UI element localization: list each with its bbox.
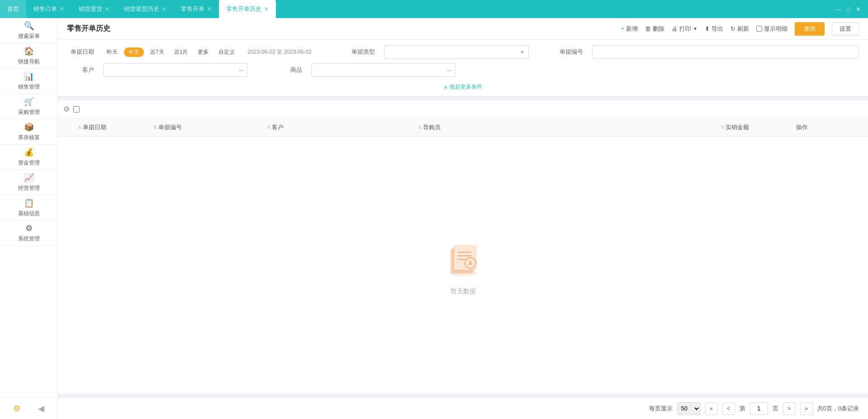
- sort-salesperson-icon[interactable]: ⇅: [418, 125, 422, 130]
- tab-retail-open[interactable]: 零售开单 ✕: [174, 0, 219, 18]
- refresh-button[interactable]: ↻ 刷新: [730, 25, 749, 33]
- page-input[interactable]: [750, 402, 768, 415]
- sidebar-item-purchase[interactable]: 🛒 采购管理: [0, 94, 57, 119]
- tab-sales-order[interactable]: 销售订单 ✕: [26, 0, 71, 18]
- last-page-button[interactable]: »: [800, 402, 813, 415]
- refresh-icon: ↻: [730, 25, 735, 32]
- tab-home[interactable]: 首页: [0, 0, 26, 18]
- select-all-checkbox[interactable]: [73, 106, 80, 113]
- sidebar-item-system[interactable]: ⚙ 系统管理: [0, 221, 57, 246]
- sidebar-item-system-label: 系统管理: [18, 235, 40, 243]
- tab-retail-open-history-close[interactable]: ✕: [264, 6, 269, 12]
- sidebar-item-operations-label: 经营管理: [18, 184, 40, 192]
- sidebar-item-quick-nav[interactable]: 🏠 快捷导航: [0, 43, 57, 69]
- filter-row-1: 单据日期 昨天 今天 近7天 近1月 更多 自定义 2023-06-02 至 2…: [67, 45, 859, 59]
- table-wrapper: ⚙ ⇅ 单据日期 ⇅ 单据编号 ⇅ 客户 ⇅ 导购: [58, 100, 868, 394]
- first-page-button[interactable]: «: [705, 402, 718, 415]
- setting-button[interactable]: 设置: [832, 22, 859, 36]
- sidebar-item-search[interactable]: 🔍 搜索采单: [0, 18, 57, 43]
- th-amount: ⇅ 实销金额: [717, 123, 792, 132]
- table-header: ⇅ 单据日期 ⇅ 单据编号 ⇅ 客户 ⇅ 导购员 ⇅ 实销: [58, 118, 868, 137]
- sidebar-settings-icon[interactable]: ⚙: [13, 404, 20, 414]
- maximize-button[interactable]: □: [847, 6, 850, 13]
- type-label: 单据类型: [348, 48, 375, 56]
- sort-customer-icon[interactable]: ⇅: [267, 125, 270, 130]
- prev-page-button[interactable]: <: [722, 402, 735, 415]
- close-button[interactable]: ✕: [856, 6, 861, 13]
- delete-label: 删除: [653, 25, 664, 33]
- display-detail-input[interactable]: [756, 26, 762, 32]
- filter-row-2: 客户 ··· 商品 ···: [67, 63, 859, 77]
- window-controls: — □ ✕: [835, 6, 868, 13]
- th-amount-label: 实销金额: [726, 123, 749, 132]
- display-detail-checkbox[interactable]: 显示明细: [756, 25, 787, 33]
- sort-amount-icon[interactable]: ⇅: [721, 125, 724, 130]
- sidebar-collapse-icon[interactable]: ◀: [38, 404, 44, 414]
- page-size-label: 每页显示: [649, 405, 673, 413]
- tab-retail-open-history[interactable]: 零售开单历史 ✕: [219, 0, 276, 18]
- product-select[interactable]: ···: [311, 63, 456, 77]
- table-gear-icon[interactable]: ⚙: [63, 105, 70, 113]
- tab-home-label: 首页: [7, 5, 19, 13]
- date-opt-custom[interactable]: 自定义: [215, 47, 238, 57]
- th-action: 操作: [792, 123, 868, 132]
- th-action-label: 操作: [796, 123, 808, 132]
- query-button[interactable]: 查询: [795, 22, 825, 36]
- sidebar-item-basic-info[interactable]: 📋 基础信息: [0, 195, 57, 221]
- clipboard-icon: 📋: [24, 198, 34, 208]
- tab-sales-return-history-close[interactable]: ✕: [162, 6, 166, 12]
- tab-sales-return-history[interactable]: 销货退货历史 ✕: [117, 0, 174, 18]
- add-button[interactable]: + 新增: [621, 25, 638, 33]
- type-select-arrow: ▼: [520, 49, 525, 55]
- top-bar: 首页 销售订单 ✕ 销货退货 ✕ 销货退货历史 ✕ 零售开单 ✕ 零售开单历史 …: [0, 0, 868, 18]
- date-opt-last1month[interactable]: 近1月: [171, 47, 192, 57]
- sidebar-item-operations[interactable]: 📈 经营管理: [0, 170, 57, 195]
- date-label: 单据日期: [67, 48, 94, 56]
- product-ellipsis[interactable]: ···: [446, 66, 452, 74]
- content-area: 零售开单历史 + 新增 🗑 删除 🖨 打印 ▼ ⬆ 导出: [58, 18, 868, 419]
- customer-select[interactable]: ···: [103, 63, 248, 77]
- sort-date-icon[interactable]: ⇅: [78, 125, 81, 130]
- main-layout: 🔍 搜索采单 🏠 快捷导航 📊 销售管理 🛒 采购管理 📦 库存核算 💰 资金管…: [0, 18, 868, 419]
- th-customer: ⇅ 客户: [263, 123, 414, 132]
- sort-number-icon[interactable]: ⇅: [153, 125, 157, 130]
- date-range: 2023-06-02 至 2023-06-02: [247, 48, 311, 56]
- sidebar-item-sales[interactable]: 📊 销售管理: [0, 69, 57, 94]
- sidebar-item-finance-label: 资金管理: [18, 159, 40, 167]
- refresh-label: 刷新: [737, 25, 749, 33]
- product-label: 商品: [275, 66, 302, 74]
- sidebar-item-finance[interactable]: 💰 资金管理: [0, 145, 57, 170]
- th-salesperson-label: 导购员: [423, 123, 441, 132]
- next-page-button[interactable]: >: [783, 402, 796, 415]
- empty-illustration: [441, 235, 486, 280]
- tab-sales-return-label: 销货退货: [79, 5, 102, 13]
- date-opt-last7days[interactable]: 近7天: [147, 47, 168, 57]
- tab-sales-return-history-label: 销货退货历史: [124, 5, 159, 13]
- customer-label: 客户: [67, 66, 94, 74]
- box-icon: 📦: [24, 122, 34, 132]
- tab-retail-open-close[interactable]: ✕: [207, 6, 212, 12]
- sidebar-item-basic-info-label: 基础信息: [18, 210, 40, 217]
- date-opt-yesterday[interactable]: 昨天: [103, 47, 121, 57]
- header-actions: + 新增 🗑 删除 🖨 打印 ▼ ⬆ 导出 ↻ 刷新: [621, 22, 859, 36]
- collapse-icon: ∧: [444, 84, 448, 90]
- date-opt-today[interactable]: 今天: [124, 47, 144, 57]
- date-opt-more[interactable]: 更多: [194, 47, 212, 57]
- sidebar-item-inventory[interactable]: 📦 库存核算: [0, 119, 57, 145]
- th-customer-label: 客户: [272, 123, 284, 132]
- number-input[interactable]: [592, 45, 859, 59]
- collapse-bar[interactable]: ∧ 收起更多条件: [67, 81, 859, 91]
- tab-sales-return-close[interactable]: ✕: [105, 6, 109, 12]
- page-label: 第: [740, 405, 745, 413]
- type-select[interactable]: ▼: [384, 45, 529, 59]
- export-button[interactable]: ⬆ 导出: [705, 25, 723, 33]
- minimize-button[interactable]: —: [835, 6, 841, 13]
- customer-ellipsis[interactable]: ···: [238, 66, 244, 74]
- tab-sales-order-close[interactable]: ✕: [60, 6, 64, 12]
- delete-button[interactable]: 🗑 删除: [645, 25, 664, 33]
- page-size-select[interactable]: 20 50 100: [677, 402, 701, 415]
- table-body: 暂无数据: [58, 137, 868, 394]
- print-button[interactable]: 🖨 打印 ▼: [672, 25, 697, 33]
- export-icon: ⬆: [705, 25, 710, 32]
- tab-sales-return[interactable]: 销货退货 ✕: [71, 0, 117, 18]
